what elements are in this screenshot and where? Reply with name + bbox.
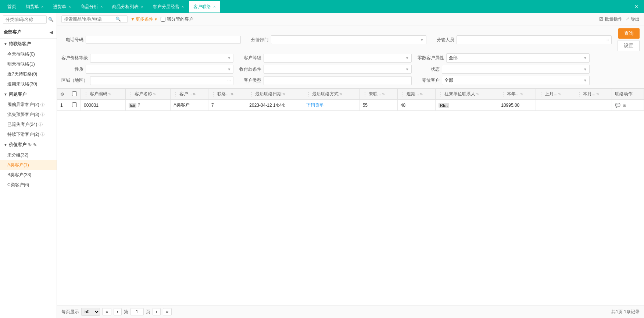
nav-product-analysis[interactable]: 商品分析 × xyxy=(76,1,107,13)
nav-product-analysis-close[interactable]: × xyxy=(100,4,103,9)
filter-search-input[interactable] xyxy=(64,17,115,22)
th-last-month[interactable]: ⋮ 上月... ⇅ xyxy=(536,89,574,100)
sidebar-item-overdue[interactable]: 逾期未联络(30) xyxy=(0,79,57,89)
nature-label: 性质 xyxy=(61,66,83,73)
manager-select[interactable]: ··· xyxy=(457,35,612,44)
retail-customer-select[interactable]: 全部 ▼ xyxy=(442,76,590,85)
nav-purchase-close[interactable]: × xyxy=(68,4,71,9)
sidebar-section-problem-arrow: ▼ xyxy=(4,92,7,96)
customer-level-select[interactable]: ▼ xyxy=(264,54,411,63)
th-this-month[interactable]: ⋮ 本月... ⇅ xyxy=(574,89,612,100)
price-level-select[interactable]: ▼ xyxy=(90,54,233,63)
nav-product-list-close[interactable]: × xyxy=(141,4,143,9)
sidebar-item-abnormal[interactable]: 囤购异常客户(2) ⓘ xyxy=(0,100,57,110)
sidebar-item-declining[interactable]: 持续下滑客户(2) ⓘ xyxy=(0,130,57,139)
sidebar-all-customers-header: 全部客户 ◀ xyxy=(0,26,57,39)
sort-last-month[interactable]: ⇅ xyxy=(558,92,561,96)
filter-search-icon[interactable]: 🔍 xyxy=(115,17,121,22)
last-method-link[interactable]: 下销货单 xyxy=(306,102,324,107)
setting-btn[interactable]: 设置 xyxy=(618,40,640,51)
nav-sales[interactable]: 销货单 × xyxy=(21,1,48,13)
sort-code[interactable]: ⇅ xyxy=(108,92,111,96)
sidebar-item-c-class[interactable]: C类客户(6) xyxy=(0,180,57,190)
action-more-icon[interactable]: ⊞ xyxy=(623,103,626,108)
sidebar-item-lost-warning[interactable]: 流失预警客户(3) ⓘ xyxy=(0,110,57,120)
sidebar: 🔍 全部客户 ◀ ▼ 待联络客户 今天待联络(0) 明天待联络(1) 近7天待联… xyxy=(0,13,57,318)
prev-page-btn[interactable]: ‹ xyxy=(114,308,122,315)
next-page-btn[interactable]: › xyxy=(153,308,161,315)
sort-this-year[interactable]: ⇅ xyxy=(520,92,523,96)
sort-last-method[interactable]: ⇅ xyxy=(339,92,342,96)
customer-type-label: 客户类型 xyxy=(239,77,261,84)
th-code[interactable]: ⋮ 客户编码 ⇅ xyxy=(81,89,126,100)
manager-dots[interactable]: ··· xyxy=(605,37,609,42)
first-page-btn[interactable]: « xyxy=(102,308,111,315)
th-this-year[interactable]: ⋮ 本年... ⇅ xyxy=(498,89,536,100)
retail-attr-select[interactable]: 全部 ▼ xyxy=(446,53,590,63)
sidebar-item-a-class[interactable]: A类客户(1) xyxy=(0,160,57,170)
sort-last-date[interactable]: ⇅ xyxy=(282,92,285,96)
action-chat-icon[interactable]: 💬 xyxy=(615,103,620,108)
page-input[interactable] xyxy=(130,308,144,315)
th-overdue[interactable]: ⋮ 逾期... ⇅ xyxy=(397,89,435,100)
nature-select[interactable]: ▼ xyxy=(86,65,233,74)
th-type[interactable]: ⋮ 客户... ⇅ xyxy=(170,89,208,100)
th-no-contact[interactable]: ⋮ 未联... ⇅ xyxy=(359,89,397,100)
sidebar-search-input[interactable] xyxy=(3,15,47,24)
sort-unit-contact[interactable]: ⇅ xyxy=(476,92,479,96)
sort-no-contact[interactable]: ⇅ xyxy=(382,92,385,96)
sidebar-section-value[interactable]: ▼ 价值客户 ↻ ✎ xyxy=(0,139,57,150)
region-select[interactable]: ··· xyxy=(90,76,233,85)
sort-contact[interactable]: ⇅ xyxy=(230,92,233,96)
nav-customer-segment-close[interactable]: × xyxy=(182,4,184,9)
cell-check xyxy=(69,100,81,111)
row-checkbox-0[interactable] xyxy=(72,102,77,107)
sort-this-month[interactable]: ⇅ xyxy=(596,92,599,96)
filter-more-btn[interactable]: ▼ 更多条件 ▼ xyxy=(130,16,158,22)
sidebar-section-pending[interactable]: ▼ 待联络客户 xyxy=(0,39,57,49)
nav-purchase[interactable]: 进货单 × xyxy=(49,1,75,13)
nav-customer-segment[interactable]: 客户分层经营 × xyxy=(149,1,188,13)
my-customers-checkbox[interactable] xyxy=(161,17,165,22)
sort-name[interactable]: ⇅ xyxy=(153,92,156,96)
sidebar-item-ungroup[interactable]: 未分组(32) xyxy=(0,150,57,160)
customer-type-select[interactable] xyxy=(264,76,411,85)
filter-my-customers[interactable]: 我分管的客户 xyxy=(161,16,193,22)
nav-home[interactable]: 首页 xyxy=(3,1,21,13)
sidebar-item-lost[interactable]: 已流失客户(24) ⓘ xyxy=(0,120,57,130)
th-last-method[interactable]: ⋮ 最后联络方式 ⇅ xyxy=(303,89,359,100)
nav-sales-close[interactable]: × xyxy=(41,4,43,9)
th-contact[interactable]: ⋮ 联络... ⇅ xyxy=(208,89,246,100)
nav-customer-contact-close[interactable]: × xyxy=(213,4,215,9)
sidebar-item-tomorrow[interactable]: 明天待联络(1) xyxy=(0,59,57,69)
batch-op-btn[interactable]: ☑ 批量操作 xyxy=(599,16,622,22)
sidebar-section-problem[interactable]: ▼ 问题客户 xyxy=(0,89,57,100)
per-page-select[interactable]: 50 100 200 xyxy=(81,308,100,316)
gear-icon[interactable]: ⚙ xyxy=(60,92,64,97)
th-unit-contact[interactable]: ⋮ 往来单位联系人 ⇅ xyxy=(436,89,498,100)
export-btn[interactable]: ↗ 导出 xyxy=(625,16,640,22)
th-name[interactable]: ⋮ 客户名称 ⇅ xyxy=(125,89,170,100)
sidebar-item-b-class[interactable]: B类客户(33) xyxy=(0,170,57,180)
sidebar-collapse-icon[interactable]: ◀ xyxy=(50,30,53,35)
refresh-icon[interactable]: ↻ xyxy=(28,142,32,148)
select-all-checkbox[interactable] xyxy=(72,91,77,96)
edit-icon[interactable]: ✎ xyxy=(33,142,37,148)
nav-product-list[interactable]: 商品分析列表 × xyxy=(108,1,147,13)
sort-overdue[interactable]: ⇅ xyxy=(420,92,423,96)
status-select[interactable]: ▼ xyxy=(442,65,590,74)
payment-select[interactable]: ▼ xyxy=(264,65,411,74)
sort-type[interactable]: ⇅ xyxy=(193,92,196,96)
phone-input[interactable] xyxy=(86,36,241,44)
query-btn[interactable]: 查询 xyxy=(618,28,640,39)
last-page-btn[interactable]: » xyxy=(163,308,172,315)
nav-close-all[interactable]: × xyxy=(632,2,641,11)
nav-customer-contact[interactable]: 客户联络 × xyxy=(189,1,220,13)
sidebar-item-today[interactable]: 今天待联络(0) xyxy=(0,49,57,59)
footer-pagination: 每页显示 50 100 200 « ‹ 第 页 › » xyxy=(61,308,172,316)
dept-select[interactable]: ▼ xyxy=(271,35,426,44)
sidebar-item-7days[interactable]: 近7天待联络(0) xyxy=(0,69,57,79)
sidebar-search-icon[interactable]: 🔍 xyxy=(48,17,54,22)
th-last-date[interactable]: ⋮ 最后联络日期 ⇅ xyxy=(246,89,303,100)
region-dots[interactable]: ··· xyxy=(227,78,231,83)
